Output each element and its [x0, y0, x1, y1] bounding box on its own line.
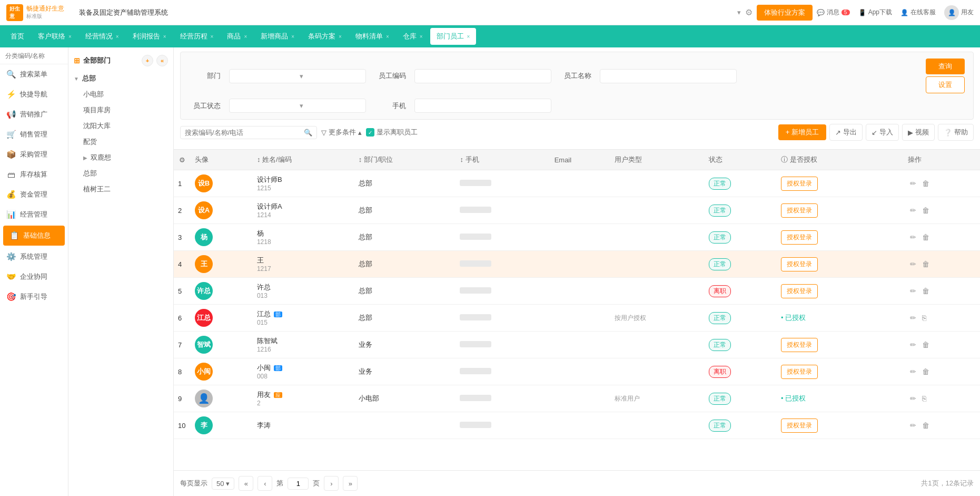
- close-icon[interactable]: ×: [211, 34, 214, 40]
- tab-barcode[interactable]: 条码方案×: [302, 28, 348, 45]
- close-icon[interactable]: ×: [339, 34, 342, 40]
- close-icon[interactable]: ×: [116, 34, 119, 40]
- sidebar-item-finance[interactable]: 💰 资金管理: [0, 184, 68, 205]
- auth-btn[interactable]: 授权登录: [781, 177, 818, 191]
- delete-btn[interactable]: 🗑: [920, 259, 932, 269]
- dept-add-icon[interactable]: +: [142, 55, 153, 66]
- col-phone[interactable]: ↕ 手机: [456, 150, 550, 170]
- dropdown-icon[interactable]: ▾: [737, 8, 741, 16]
- emp-status-select[interactable]: ▾: [229, 99, 366, 113]
- auth-btn[interactable]: 授权登录: [781, 230, 818, 245]
- tab-profit[interactable]: 利润报告×: [126, 28, 173, 45]
- page-size-select[interactable]: 50 ▾: [212, 478, 234, 490]
- phone-input[interactable]: [414, 99, 551, 113]
- sidebar-item-sales[interactable]: 🛒 销售管理: [0, 124, 68, 144]
- dept-tree-item-root[interactable]: ▼ 总部: [68, 71, 173, 86]
- view-button[interactable]: ▶ 视频: [902, 124, 935, 141]
- app-download-btn[interactable]: 📱 App下载: [858, 8, 892, 17]
- edit-btn[interactable]: ✏: [908, 393, 918, 404]
- edit-btn[interactable]: ✏: [908, 232, 918, 242]
- delete-btn[interactable]: 🗑: [920, 178, 932, 189]
- edit-btn[interactable]: ✏: [908, 420, 918, 431]
- online-service-btn[interactable]: 👤 在线客服: [900, 8, 936, 17]
- tab-customer[interactable]: 客户联络×: [32, 28, 78, 45]
- dept-tree-item-5[interactable]: ▶ 双鹿想: [68, 150, 173, 166]
- sidebar-search-input[interactable]: [5, 52, 68, 60]
- sidebar-item-quicknav[interactable]: ⚡ 快捷导航: [0, 84, 68, 104]
- delete-btn[interactable]: 🗑: [920, 286, 932, 296]
- auth-btn[interactable]: 授权登录: [781, 203, 818, 218]
- copy-btn[interactable]: ⎘: [920, 393, 928, 404]
- delete-btn[interactable]: 🗑: [920, 205, 932, 216]
- search-input[interactable]: [185, 129, 301, 137]
- edit-btn[interactable]: ✏: [908, 366, 918, 377]
- tab-bom[interactable]: 物料清单×: [349, 28, 395, 45]
- more-conditions-btn[interactable]: ▽ 更多条件 ▴: [321, 128, 362, 137]
- edit-btn[interactable]: ✏: [908, 205, 918, 216]
- last-page-btn[interactable]: »: [343, 476, 358, 491]
- dept-tree-item-3[interactable]: 沈阳大库: [68, 118, 173, 134]
- edit-btn[interactable]: ✏: [908, 178, 918, 189]
- sidebar-item-guide[interactable]: 🎯 新手引导: [0, 287, 68, 307]
- message-btn[interactable]: 💬 消息 5: [817, 8, 850, 17]
- sidebar-item-purchase[interactable]: 📦 采购管理: [0, 144, 68, 164]
- edit-btn[interactable]: ✏: [908, 286, 918, 296]
- settings-icon[interactable]: ⚙: [745, 7, 753, 17]
- dept-tree-item-4[interactable]: 配货: [68, 134, 173, 150]
- show-retired-toggle[interactable]: ✓ 显示离职员工: [366, 128, 418, 137]
- close-icon[interactable]: ×: [291, 34, 294, 40]
- emp-name-input[interactable]: [600, 69, 737, 83]
- sidebar-item-inventory[interactable]: 🗃 库存核算: [0, 164, 68, 184]
- col-dept[interactable]: ↕ 部门/职位: [354, 150, 456, 170]
- query-button[interactable]: 查询: [926, 59, 965, 74]
- trial-btn[interactable]: 体验行业方案: [757, 5, 813, 21]
- dept-tree-item-7[interactable]: 植树王二: [68, 181, 173, 197]
- col-settings[interactable]: ⚙: [174, 150, 191, 170]
- auth-btn[interactable]: 授权登录: [781, 284, 818, 298]
- dept-tree-item-1[interactable]: 小电部: [68, 86, 173, 102]
- user-btn[interactable]: 👤 用友: [944, 5, 974, 20]
- dept-tree-item-2[interactable]: 项目库房: [68, 102, 173, 118]
- search-icon[interactable]: 🔍: [304, 129, 312, 137]
- edit-btn[interactable]: ✏: [908, 259, 918, 269]
- close-icon[interactable]: ×: [386, 34, 389, 40]
- set-button[interactable]: 设置: [926, 76, 965, 93]
- auth-btn[interactable]: 授权登录: [781, 257, 818, 271]
- close-icon[interactable]: ×: [163, 34, 166, 40]
- sidebar-item-operations[interactable]: 📊 经营管理: [0, 205, 68, 225]
- close-icon[interactable]: ×: [68, 34, 72, 40]
- page-input[interactable]: [288, 478, 309, 490]
- prev-page-btn[interactable]: ‹: [258, 476, 272, 491]
- add-employee-button[interactable]: + 新增员工: [778, 124, 826, 140]
- tab-dept-staff[interactable]: 部门员工×: [430, 28, 477, 45]
- help-button[interactable]: ❔ 帮助: [938, 124, 974, 141]
- close-icon[interactable]: ×: [420, 34, 423, 40]
- export-button[interactable]: ↗ 导出: [829, 124, 863, 141]
- first-page-btn[interactable]: «: [239, 476, 253, 491]
- tab-add-goods[interactable]: 新增商品×: [254, 28, 301, 45]
- tab-process[interactable]: 经营历程×: [174, 28, 220, 45]
- next-page-btn[interactable]: ›: [324, 476, 339, 491]
- close-icon[interactable]: ×: [244, 34, 247, 40]
- col-name[interactable]: ↕ 姓名/编码: [253, 150, 354, 170]
- sidebar-item-enterprise[interactable]: 🤝 企业协同: [0, 267, 68, 287]
- tab-home[interactable]: 首页: [4, 28, 31, 45]
- edit-btn[interactable]: ✏: [908, 339, 918, 350]
- tab-goods[interactable]: 商品×: [221, 28, 253, 45]
- delete-btn[interactable]: 🗑: [920, 339, 932, 350]
- delete-btn[interactable]: 🗑: [920, 420, 932, 431]
- delete-btn[interactable]: 🗑: [920, 232, 932, 242]
- col-auth[interactable]: ⓘ 是否授权: [777, 150, 884, 170]
- sidebar-item-marketing[interactable]: 📢 营销推广: [0, 104, 68, 124]
- dept-select[interactable]: ▾: [229, 69, 366, 83]
- tab-operations[interactable]: 经营情况×: [79, 28, 125, 45]
- auth-btn[interactable]: 授权登录: [781, 419, 818, 433]
- delete-btn[interactable]: 🗑: [920, 366, 932, 377]
- import-button[interactable]: ↙ 导入: [866, 124, 899, 141]
- tab-warehouse[interactable]: 仓库×: [397, 28, 429, 45]
- close-icon[interactable]: ×: [467, 34, 470, 40]
- sidebar-item-system[interactable]: ⚙️ 系统管理: [0, 247, 68, 267]
- copy-btn[interactable]: ⎘: [920, 313, 928, 323]
- auth-btn[interactable]: 授权登录: [781, 338, 818, 352]
- sidebar-item-basic[interactable]: 📋 基础信息: [3, 226, 65, 246]
